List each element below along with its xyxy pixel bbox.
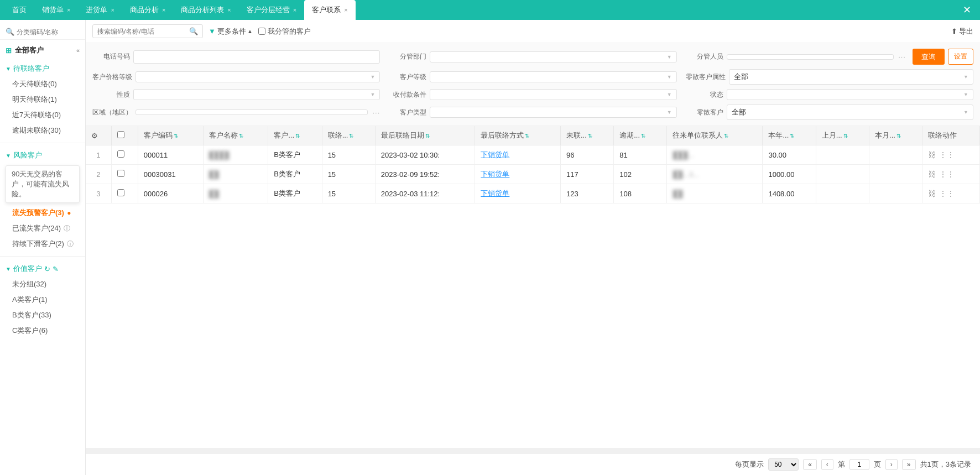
row-checkbox[interactable] <box>117 150 124 158</box>
sort-cp-icon[interactable]: ⇅ <box>724 133 728 139</box>
action-menu-icon[interactable]: ⋮⋮ <box>939 170 955 179</box>
filter-nature-select[interactable]: ▼ <box>133 89 380 100</box>
filter-region-select[interactable] <box>135 109 368 115</box>
last-method-link[interactable]: 下销货单 <box>481 189 509 197</box>
sidebar-item-a-class[interactable]: A类客户(1) <box>0 292 85 307</box>
filter-zero-attr-select[interactable]: 全部 ▼ <box>729 69 973 85</box>
sort-contact-icon[interactable]: ⇅ <box>349 133 353 139</box>
close-tab-purchase-order[interactable]: × <box>111 7 114 13</box>
sort-type-icon[interactable]: ⇅ <box>295 133 300 139</box>
horizontal-scrollbar[interactable] <box>86 448 980 453</box>
row-checkbox[interactable] <box>117 189 124 196</box>
action-menu-icon[interactable]: ⋮⋮ <box>939 150 955 159</box>
per-page-select[interactable]: 50 100 200 <box>768 458 799 471</box>
tab-product-analysis[interactable]: 商品分析 × <box>122 0 173 20</box>
filter-zero-customer-select[interactable]: 全部 ▼ <box>727 105 973 120</box>
first-page-button[interactable]: « <box>803 459 817 470</box>
row-checkbox-cell[interactable] <box>111 145 138 165</box>
sidebar-item-today[interactable]: 今天待联络(0) <box>0 76 85 92</box>
person-dots-button[interactable]: ··· <box>898 53 906 61</box>
tab-home[interactable]: 首页 <box>4 0 34 20</box>
tab-sales-order[interactable]: 销货单 × <box>34 0 78 20</box>
filter-price-level-select[interactable]: ▼ <box>135 71 380 82</box>
sidebar-item-declining[interactable]: 持续下滑客户(2) ⓘ <box>0 236 85 252</box>
filter-payment-select[interactable]: ▼ <box>430 89 676 100</box>
close-tab-product-analysis-list[interactable]: × <box>227 7 231 13</box>
tab-customer-segment[interactable]: 客户分层经营 × <box>239 0 304 20</box>
edit-icon[interactable]: ✎ <box>53 265 59 273</box>
sort-lm-icon[interactable]: ⇅ <box>843 133 848 139</box>
filter-customer-type-select[interactable]: ▼ <box>430 107 676 118</box>
my-customers-checkbox[interactable] <box>258 28 265 35</box>
filter-status-select[interactable]: ▼ <box>727 89 973 100</box>
sidebar-search-input[interactable] <box>17 28 80 36</box>
next-page-button[interactable]: › <box>885 459 898 470</box>
filter-search-icon[interactable]: 🔍 <box>189 27 198 35</box>
sidebar-group-risk: ▼ 风险客户 90天无交易的客户，可能有流失风险。 流失预警客户(3) ● 已流… <box>0 145 85 254</box>
filter-my-customers[interactable]: 我分管的客户 <box>258 27 311 36</box>
action-link-icon[interactable]: ⛓ <box>928 189 936 198</box>
sidebar-item-churned[interactable]: 已流失客户(24) ⓘ <box>0 221 85 236</box>
sidebar-item-7days[interactable]: 近7天待联络(0) <box>0 107 85 123</box>
sort-method-icon[interactable]: ⇅ <box>525 133 529 139</box>
row-checkbox-cell[interactable] <box>111 184 138 203</box>
sort-code-icon[interactable]: ⇅ <box>174 133 178 139</box>
settings-icon[interactable]: ⚙ <box>91 132 98 140</box>
tab-product-analysis-list[interactable]: 商品分析列表 × <box>173 0 238 20</box>
tab-customer-contact[interactable]: 客户联系 × <box>304 0 355 20</box>
filter-phone-input[interactable] <box>133 50 380 64</box>
filter-search-input[interactable] <box>97 28 187 35</box>
sidebar-item-c-class[interactable]: C类客户(6) <box>0 323 85 338</box>
sort-nc-icon[interactable]: ⇅ <box>588 133 592 139</box>
sort-name-icon[interactable]: ⇅ <box>239 133 243 139</box>
row-last-method[interactable]: 下销货单 <box>475 184 561 203</box>
refresh-icon[interactable]: ↻ <box>44 265 50 273</box>
row-checkbox[interactable] <box>117 170 124 177</box>
sort-overdue-icon[interactable]: ⇅ <box>641 133 645 139</box>
col-checkbox[interactable] <box>111 126 138 145</box>
sidebar-item-churn-warning[interactable]: 流失预警客户(3) ● <box>0 205 85 221</box>
col-overdue: 逾期...⇅ <box>614 126 667 145</box>
sidebar-group-value-title[interactable]: ▼ 价值客户 ↻ ✎ <box>0 261 85 276</box>
sidebar-item-overdue[interactable]: 逾期未联络(30) <box>0 123 85 138</box>
sort-date-icon[interactable]: ⇅ <box>425 133 430 139</box>
filter-dept-select[interactable]: ▼ <box>430 51 676 62</box>
export-button[interactable]: ⬆ 导出 <box>951 27 973 36</box>
sidebar-item-tomorrow[interactable]: 明天待联络(1) <box>0 92 85 107</box>
filter-more-conditions[interactable]: ▼ 更多条件 ▲ <box>208 27 253 36</box>
filter-customer-level-select[interactable]: ▼ <box>430 71 676 82</box>
select-all-checkbox[interactable] <box>117 131 124 138</box>
action-link-icon[interactable]: ⛓ <box>928 170 936 179</box>
last-method-link[interactable]: 下销货单 <box>481 170 509 178</box>
sort-ty-icon[interactable]: ⇅ <box>790 133 794 139</box>
row-last-method[interactable]: 下销货单 <box>475 145 561 165</box>
region-dots-button[interactable]: ··· <box>372 108 380 117</box>
query-button[interactable]: 查询 <box>913 49 945 65</box>
last-page-button[interactable]: » <box>902 459 916 470</box>
sidebar-group-pending-title[interactable]: ▼ 待联络客户 <box>0 61 85 76</box>
row-last-method[interactable]: 下销货单 <box>475 165 561 184</box>
action-link-icon[interactable]: ⛓ <box>928 150 936 159</box>
sort-tm-icon[interactable]: ⇅ <box>896 133 901 139</box>
close-tab-sales-order[interactable]: × <box>67 7 70 13</box>
last-method-link[interactable]: 下销货单 <box>481 150 509 159</box>
tab-purchase-order[interactable]: 进货单 × <box>78 0 122 20</box>
window-close-button[interactable]: ✕ <box>958 4 976 16</box>
page-number-input[interactable] <box>849 459 869 470</box>
row-checkbox-cell[interactable] <box>111 165 138 184</box>
close-tab-customer-segment[interactable]: × <box>293 7 296 13</box>
col-settings[interactable]: ⚙ <box>86 126 111 145</box>
close-tab-product-analysis[interactable]: × <box>162 7 165 13</box>
settings-button[interactable]: 设置 <box>948 49 973 65</box>
sidebar-item-b-class[interactable]: B类客户(33) <box>0 307 85 323</box>
prev-page-button[interactable]: ‹ <box>821 459 833 470</box>
action-menu-icon[interactable]: ⋮⋮ <box>939 189 955 198</box>
total-records: 共1页，3条记录 <box>920 460 971 469</box>
close-tab-customer-contact[interactable]: × <box>344 7 347 13</box>
sidebar-group-risk-title[interactable]: ▼ 风险客户 <box>0 148 85 163</box>
sidebar-all-customers[interactable]: ⊞ 全部客户 « <box>0 42 85 59</box>
sidebar-collapse-icon[interactable]: « <box>76 47 80 54</box>
sidebar-item-ungrouped[interactable]: 未分组(32) <box>0 276 85 292</box>
row-overdue: 81 <box>614 145 667 165</box>
filter-person-select[interactable] <box>727 54 894 60</box>
